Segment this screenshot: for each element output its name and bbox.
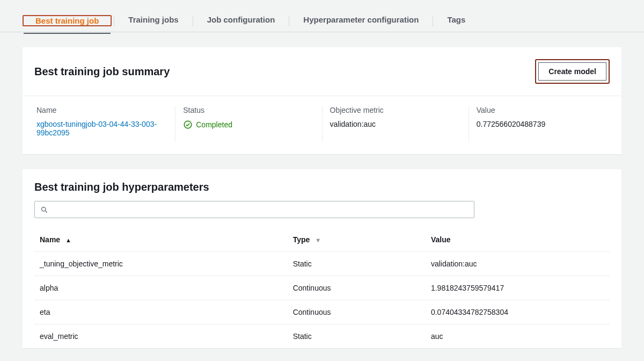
table-row: alpha Continuous 1.9818243759579417 bbox=[34, 276, 610, 300]
status-badge: Completed bbox=[183, 120, 314, 129]
tab-divider bbox=[433, 16, 433, 26]
header-value[interactable]: Value bbox=[426, 228, 610, 252]
summary-label-status: Status bbox=[183, 106, 314, 114]
summary-grid: Name xgboost-tuningjob-03-04-44-33-003-9… bbox=[23, 96, 621, 142]
hyperparams-table: Name ▲ Type ▼ Value _tuning_objective_me… bbox=[34, 228, 610, 348]
cell-value: 1.9818243759579417 bbox=[426, 276, 610, 300]
summary-col-value: Value 0.772566020488739 bbox=[469, 106, 615, 142]
summary-title: Best training job summary bbox=[34, 66, 170, 78]
cell-type: Continuous bbox=[288, 276, 426, 300]
cell-type: Static bbox=[288, 252, 426, 276]
table-row: _tuning_objective_metric Static validati… bbox=[34, 252, 610, 276]
summary-value-metric: validation:auc bbox=[330, 120, 461, 128]
tab-divider bbox=[193, 16, 193, 26]
sort-asc-icon: ▲ bbox=[65, 237, 71, 243]
cell-value: auc bbox=[426, 324, 610, 349]
header-value-label: Value bbox=[431, 235, 451, 244]
summary-col-metric: Objective metric validation:auc bbox=[323, 106, 469, 142]
search-box[interactable] bbox=[34, 201, 474, 218]
check-circle-icon bbox=[183, 120, 193, 129]
search-icon bbox=[40, 206, 48, 214]
cell-name: alpha bbox=[34, 276, 288, 300]
svg-point-0 bbox=[185, 121, 192, 128]
cell-name: _tuning_objective_metric bbox=[34, 252, 288, 276]
svg-line-2 bbox=[45, 211, 47, 212]
create-model-highlight: Create model bbox=[535, 59, 610, 84]
table-row: eta Continuous 0.07404334782758304 bbox=[34, 300, 610, 324]
summary-col-name: Name xgboost-tuningjob-03-04-44-33-003-9… bbox=[29, 106, 175, 142]
sort-icon: ▼ bbox=[315, 237, 321, 243]
summary-label-metric: Objective metric bbox=[330, 106, 461, 114]
cell-name: eval_metric bbox=[34, 324, 288, 349]
tab-training-jobs[interactable]: Training jobs bbox=[116, 10, 190, 32]
tab-hyperparameter-configuration[interactable]: Hyperparameter configuration bbox=[291, 10, 430, 32]
tab-divider bbox=[289, 16, 289, 26]
tab-highlight: Best training job bbox=[23, 15, 112, 26]
summary-label-name: Name bbox=[36, 106, 167, 114]
cell-name: eta bbox=[34, 300, 288, 324]
training-job-link[interactable]: xgboost-tuningjob-03-04-44-33-003-99bc20… bbox=[36, 120, 167, 137]
tab-best-training-job[interactable]: Best training job bbox=[24, 11, 111, 34]
summary-col-status: Status Completed bbox=[175, 106, 322, 142]
header-name[interactable]: Name ▲ bbox=[34, 228, 288, 252]
hyperparams-title: Best training job hyperparameters bbox=[34, 181, 610, 193]
header-type[interactable]: Type ▼ bbox=[288, 228, 426, 252]
create-model-button[interactable]: Create model bbox=[538, 62, 606, 81]
header-name-label: Name bbox=[40, 235, 60, 244]
table-header-row: Name ▲ Type ▼ Value bbox=[34, 228, 610, 252]
status-text: Completed bbox=[196, 120, 232, 129]
summary-label-value: Value bbox=[477, 106, 608, 114]
tab-divider bbox=[114, 16, 114, 26]
table-row: eval_metric Static auc bbox=[34, 324, 610, 349]
cell-type: Continuous bbox=[288, 300, 426, 324]
cell-type: Static bbox=[288, 324, 426, 349]
hyperparams-panel: Best training job hyperparameters Name ▲ bbox=[23, 169, 621, 348]
tab-tags[interactable]: Tags bbox=[435, 10, 477, 32]
cell-value: 0.07404334782758304 bbox=[426, 300, 610, 324]
header-type-label: Type bbox=[293, 235, 310, 244]
tabs-bar: Best training job Training jobs Job conf… bbox=[0, 0, 644, 32]
search-wrap bbox=[34, 201, 610, 218]
svg-point-1 bbox=[42, 207, 46, 211]
tab-job-configuration[interactable]: Job configuration bbox=[195, 10, 287, 32]
cell-value: validation:auc bbox=[426, 252, 610, 276]
summary-header: Best training job summary Create model bbox=[34, 59, 610, 84]
search-input[interactable] bbox=[53, 205, 469, 214]
summary-value-value: 0.772566020488739 bbox=[477, 120, 608, 128]
summary-panel: Best training job summary Create model N… bbox=[23, 47, 621, 154]
